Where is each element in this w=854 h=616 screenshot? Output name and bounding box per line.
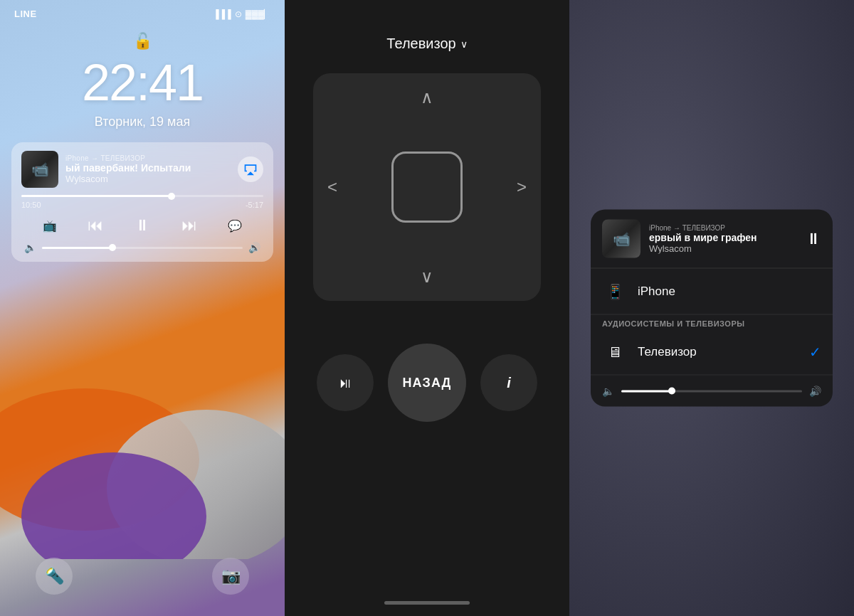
tv-device-name: Телевизор xyxy=(638,345,799,359)
lockscreen-date: Вторник, 19 мая xyxy=(0,115,285,129)
flashlight-button[interactable]: 🔦 xyxy=(36,558,73,595)
audio-systems-header: АУДИОСИСТЕМЫ И ТЕЛЕВИЗОРЫ xyxy=(591,315,833,329)
back-button[interactable]: НАЗАД xyxy=(388,344,466,422)
volume-max-icon: 🔊 xyxy=(248,242,260,253)
battery-icon: ▓▓▓▏ xyxy=(246,9,270,19)
airplay-media-info: iPhone → ТЕЛЕВИЗОР ервый в мире графен W… xyxy=(649,224,797,254)
rewind-button[interactable]: ⏮ xyxy=(88,216,103,235)
media-artist: Wylsacom xyxy=(65,174,231,184)
status-bar: LINE ▐▐▐ ⊙ ▓▓▓▏ xyxy=(0,0,285,19)
iphone-device-icon: 📱 xyxy=(602,279,628,304)
status-icons: ▐▐▐ ⊙ ▓▓▓▏ xyxy=(213,9,270,19)
dpad-area[interactable]: ∧ < > ∨ xyxy=(313,73,541,301)
volume-bar[interactable] xyxy=(42,247,243,249)
airplay-thumbnail: 📹 xyxy=(602,220,640,258)
remote-icon[interactable]: 📺 xyxy=(43,219,57,233)
signal-icon: ▐▐▐ xyxy=(213,9,231,19)
dpad-center-button[interactable] xyxy=(391,152,463,223)
ap-volume-min-icon: 🔈 xyxy=(602,386,614,397)
media-title: ый павербанк! Испытали xyxy=(65,162,231,174)
info-button[interactable]: i xyxy=(480,354,537,411)
iphone-device-name: iPhone xyxy=(638,285,821,299)
airplay-media-section: 📹 iPhone → ТЕЛЕВИЗОР ервый в мире графен… xyxy=(591,210,833,269)
wallpaper-decoration xyxy=(0,388,285,559)
airplay-volume-bar[interactable] xyxy=(621,390,802,392)
current-time: 10:50 xyxy=(21,201,41,209)
lockscreen-panel: LINE ▐▐▐ ⊙ ▓▓▓▏ 🔓 22:41 Вторник, 19 мая … xyxy=(0,0,285,616)
camera-button[interactable]: 📷 xyxy=(212,558,249,595)
lock-icon: 🔓 xyxy=(0,32,285,51)
lockscreen-shortcuts: 🔦 📷 xyxy=(0,558,285,595)
airplay-devices: 📱 iPhone АУДИОСИСТЕМЫ И ТЕЛЕВИЗОРЫ 🖥 Тел… xyxy=(591,269,833,376)
volume-control: 🔈 🔊 xyxy=(21,242,263,253)
lockscreen-time: 22:41 xyxy=(0,53,285,112)
wifi-icon: ⊙ xyxy=(235,9,242,19)
media-info: iPhone → ТЕЛЕВИЗОР ый павербанк! Испытал… xyxy=(65,154,231,184)
airplay-source: iPhone → ТЕЛЕВИЗОР xyxy=(649,224,797,232)
remote-header: Телевизор ∨ xyxy=(285,0,569,66)
airplay-title: ервый в мире графен xyxy=(649,232,797,243)
media-widget: 📹 iPhone → ТЕЛЕВИЗОР ый павербанк! Испыт… xyxy=(11,142,273,262)
media-thumbnail: 📹 xyxy=(21,151,58,188)
remaining-time: -5:17 xyxy=(246,201,263,209)
tv-remote-panel: Телевизор ∨ ∧ < > ∨ ⏯ НАЗАД i xyxy=(285,0,569,616)
airplay-button[interactable] xyxy=(238,156,263,182)
dpad-down-button[interactable]: ∨ xyxy=(421,267,433,287)
remote-action-buttons: ⏯ НАЗАД i xyxy=(317,344,537,422)
play-pause-remote-button[interactable]: ⏯ xyxy=(317,354,374,411)
playback-controls: 📺 ⏮ ⏸ ⏭ 💬 xyxy=(21,216,263,235)
tv-device-row[interactable]: 🖥 Телевизор ✓ xyxy=(591,329,833,376)
dpad-up-button[interactable]: ∧ xyxy=(421,87,433,107)
airplay-widget: 📹 iPhone → ТЕЛЕВИЗОР ервый в мире графен… xyxy=(591,210,833,407)
airplay-play-button[interactable]: ⏸ xyxy=(806,230,821,248)
carrier-label: LINE xyxy=(14,9,37,19)
checkmark-icon: ✓ xyxy=(809,344,821,361)
airplay-volume: 🔈 🔊 xyxy=(591,376,833,407)
remote-chevron-icon[interactable]: ∨ xyxy=(460,38,468,50)
dpad-left-button[interactable]: < xyxy=(327,177,337,197)
remote-device-name: Телевизор xyxy=(386,36,455,52)
fast-forward-button[interactable]: ⏭ xyxy=(181,216,197,235)
lyrics-button[interactable]: 💬 xyxy=(228,219,242,233)
media-source: iPhone → ТЕЛЕВИЗОР xyxy=(65,154,231,162)
play-pause-button[interactable]: ⏸ xyxy=(135,216,150,235)
progress-bar[interactable]: 10:50 -5:17 xyxy=(21,195,263,209)
volume-min-icon: 🔈 xyxy=(24,242,36,253)
iphone-device-row[interactable]: 📱 iPhone xyxy=(591,269,833,315)
airplay-panel: 📹 iPhone → ТЕЛЕВИЗОР ервый в мире графен… xyxy=(569,0,854,616)
dpad-right-button[interactable]: > xyxy=(517,177,527,197)
tv-device-icon: 🖥 xyxy=(602,339,628,365)
airplay-artist: Wylsacom xyxy=(649,243,797,254)
ap-volume-max-icon: 🔊 xyxy=(809,386,821,397)
home-indicator xyxy=(384,601,470,605)
